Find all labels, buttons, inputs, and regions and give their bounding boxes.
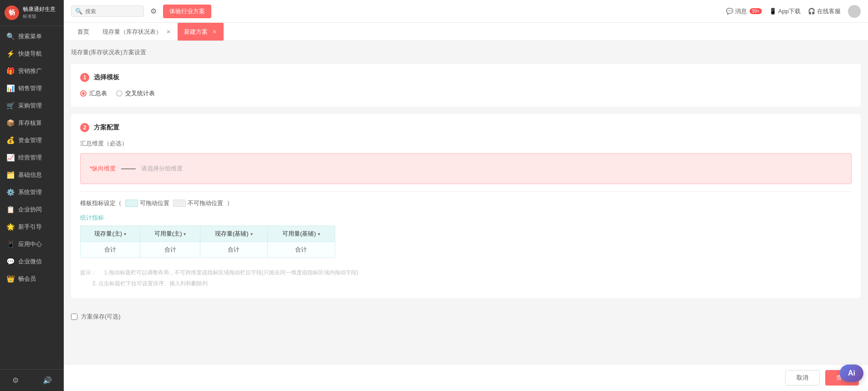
sidebar-item-system[interactable]: ⚙️ 系统管理 [0,184,64,201]
sidebar: 畅 畅康通好生意 标准版 🔍 搜索菜单 ⚡ 快捷导航 🎁 营销推广 📊 销售管理… [0,0,64,391]
radio-dot-summary [80,90,87,97]
sidebar-icon-system: ⚙️ [6,188,15,196]
dimension-box[interactable]: *纵向维度 —— 请选择分组维度 [80,153,852,184]
th-current-main-label: 现存量(主) [94,230,122,238]
sidebar-label-sales: 销售管理 [18,84,42,93]
chevron-down-icon-2: ▾ [184,232,186,237]
search-input[interactable] [85,8,131,15]
template-radio-group: 汇总表 交叉统计表 [80,89,852,98]
dimension-label: 汇总维度（必选） [80,139,852,148]
vertical-dim-label: *纵向维度 [90,165,116,173]
sidebar-item-wechat[interactable]: 💬 企业微信 [0,253,64,270]
sidebar-logo: 畅 畅康通好生意 标准版 [0,0,64,26]
settings-bottom-icon[interactable]: ⚙ [10,373,21,387]
save-checkbox[interactable] [71,314,77,320]
sidebar-icon-new-guide: 🌟 [6,223,15,231]
message-button[interactable]: 💬 消息 99+ [726,7,762,15]
sidebar-item-finance[interactable]: 💰 资金管理 [0,132,64,149]
th-current-aux-label: 现存量(基辅) [215,230,249,238]
chevron-down-icon-4: ▾ [318,232,320,237]
sidebar-item-purchase[interactable]: 🛒 采购管理 [0,97,64,114]
trial-button[interactable]: 体验行业方案 [163,5,211,18]
sidebar-icon-purchase: 🛒 [6,102,15,110]
step1-title: 选择模板 [94,73,119,82]
sidebar-item-search[interactable]: 🔍 搜索菜单 [0,28,64,45]
radio-dot-cross [116,90,123,97]
sidebar-item-new-guide[interactable]: 🌟 新手引导 [0,218,64,236]
table-row: 合计 合计 合计 合计 [81,242,335,258]
sidebar-item-member[interactable]: 👑 畅会员 [0,270,64,288]
sidebar-label-search: 搜索菜单 [18,32,42,41]
indicator-settings-label: 模板指标设定（ [80,199,122,207]
tab-home[interactable]: 首页 [71,23,96,41]
step2-header: 2 方案配置 [80,123,852,132]
sidebar-icon-search: 🔍 [6,32,15,41]
cancel-button[interactable]: 取消 [785,370,820,386]
step1-num: 1 [80,73,89,82]
dimension-placeholder: 请选择分组维度 [141,165,183,173]
tips-title-text: 提示： [80,269,97,276]
tabs-bar: 首页 现存量（库存状况表） ✕ 新建方案 ✕ [64,23,868,41]
sidebar-item-app-center[interactable]: 📱 应用中心 [0,236,64,253]
gear-icon[interactable]: ⚙ [148,5,158,17]
th-current-aux[interactable]: 现存量(基辅) ▾ [200,226,267,242]
dimension-label-text: 汇总维度（必选） [80,140,128,147]
online-service-button[interactable]: 🎧 在线客服 [808,7,841,15]
tip-1: 1.拖动标题栏可以调整布局，不可跨维度或指标区域拖动栏目字段(只能在同一维度或指… [104,269,358,276]
tip-2: 2. 点击标题栏下拉可设置排序、插入列和删除列 [80,278,852,289]
app-download-label: App下载 [778,7,801,15]
save-section: 方案保存(可选) [71,305,861,324]
tip-2-text: 2. 点击标题栏下拉可设置排序、插入列和删除列 [92,280,208,287]
sidebar-label-inventory: 库存核算 [18,119,42,127]
sidebar-item-inventory[interactable]: 📦 库存核算 [0,114,64,132]
sidebar-item-operations[interactable]: 📈 经营管理 [0,149,64,166]
sidebar-item-enterprise[interactable]: 📋 企业协同 [0,201,64,218]
sidebar-label-marketing: 营销推广 [18,67,42,75]
sidebar-item-sales[interactable]: 📊 销售管理 [0,80,64,97]
th-available-aux[interactable]: 可用量(基辅) ▾ [267,226,335,242]
sidebar-icon-app-center: 📱 [6,240,15,248]
app-name: 畅康通好生意 [23,6,56,13]
sidebar-item-marketing[interactable]: 🎁 营销推广 [0,62,64,80]
tip-title: 提示： 1.拖动标题栏可以调整布局，不可跨维度或指标区域拖动栏目字段(只能在同一… [80,267,852,278]
tab-inventory-label: 现存量（库存状况表） [102,28,162,36]
sidebar-item-basic-info[interactable]: 🗂️ 基础信息 [0,166,64,184]
step1-header: 1 选择模板 [80,73,852,82]
th-available-aux-label: 可用量(基辅) [282,230,316,238]
th-current-main[interactable]: 现存量(主) ▾ [81,226,140,242]
sidebar-label-member: 畅会员 [18,275,36,283]
td-total-2: 合计 [140,242,200,258]
tab-new-scheme-label: 新建方案 [184,28,208,36]
tab-inventory-close[interactable]: ✕ [166,29,171,35]
app-download-button[interactable]: 📱 App下载 [769,7,801,15]
stats-table: 现存量(主) ▾ 可用量(主) ▾ [80,226,335,258]
dimension-arrow: —— [121,165,136,173]
tab-inventory[interactable]: 现存量（库存状况表） ✕ [96,23,178,41]
ai-float-button[interactable]: Ai [840,365,863,382]
sidebar-nav: 🔍 搜索菜单 ⚡ 快捷导航 🎁 营销推广 📊 销售管理 🛒 采购管理 📦 库存核… [0,26,64,369]
app-edition: 标准版 [23,13,56,20]
app-icon: 📱 [769,8,776,15]
main-area: 🔍 ⚙ 体验行业方案 💬 消息 99+ 📱 App下载 🎧 在线客服 [64,0,868,391]
indicator-section: 模板指标设定（ 可拖动位置 不可拖动位置 ） 统计指标 [80,199,852,289]
footer: 取消 查询 [64,364,868,391]
radio-cross[interactable]: 交叉统计表 [116,89,155,98]
tab-new-scheme-close[interactable]: ✕ [212,29,217,35]
user-avatar[interactable] [848,5,861,18]
sidebar-item-quick-nav[interactable]: ⚡ 快捷导航 [0,45,64,62]
radio-cross-label: 交叉统计表 [125,89,155,98]
sidebar-label-app-center: 应用中心 [18,240,42,248]
sound-bottom-icon[interactable]: 🔊 [40,373,55,387]
td-total-4: 合计 [267,242,335,258]
search-box[interactable]: 🔍 [71,5,144,17]
th-available-main[interactable]: 可用量(主) ▾ [140,226,200,242]
sidebar-icon-marketing: 🎁 [6,67,15,75]
sidebar-icon-sales: 📊 [6,84,15,93]
divider1 [80,191,852,192]
sidebar-label-finance: 资金管理 [18,136,42,144]
td-total-3: 合计 [200,242,267,258]
sidebar-label-basic-info: 基础信息 [18,171,42,179]
sidebar-icon-inventory: 📦 [6,119,15,127]
tab-new-scheme[interactable]: 新建方案 ✕ [178,23,224,41]
radio-summary[interactable]: 汇总表 [80,89,107,98]
